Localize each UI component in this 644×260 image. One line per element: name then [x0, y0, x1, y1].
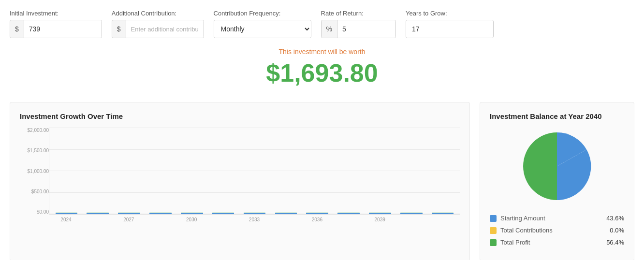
initial-investment-group: Initial Investment: $	[10, 10, 102, 38]
bar-stack-12	[432, 213, 454, 214]
bar-group-3	[146, 128, 176, 214]
bar-stack-8	[306, 213, 328, 214]
legend-label-contributions: Total Contributions	[500, 227, 606, 234]
legend-value-contributions: 0.0%	[610, 227, 624, 234]
x-labels: 202420272030203320362039	[49, 215, 460, 224]
bar-stack-4	[181, 213, 203, 214]
bar-group-8	[303, 128, 332, 214]
years-to-grow-group: Years to Grow:	[406, 10, 494, 38]
bar-chart-title: Investment Growth Over Time	[20, 112, 460, 120]
legend-value-starting: 43.6%	[606, 215, 624, 222]
y-label-1: $1,500.00	[28, 148, 49, 153]
x-label-10: 2039	[365, 217, 395, 222]
bar-stack-7	[275, 213, 297, 214]
pie-chart-container: Investment Balance at Year 2040 Starting…	[480, 102, 634, 260]
y-label-3: $500.00	[31, 189, 49, 194]
bar-group-2	[115, 128, 144, 214]
y-label-4: $0.00	[37, 209, 49, 215]
bar-group-12	[428, 128, 457, 214]
bars-flex	[49, 128, 460, 214]
bar-starting-5	[212, 213, 234, 214]
result-value: $1,693.80	[10, 58, 634, 87]
legend-dot-starting	[490, 215, 497, 222]
bar-starting-9	[337, 213, 360, 214]
bar-starting-8	[306, 213, 328, 214]
bar-starting-1	[87, 213, 109, 214]
bar-stack-2	[118, 213, 140, 214]
x-label-4: 2030	[177, 217, 206, 222]
initial-investment-prefix: $	[10, 20, 24, 38]
pie-wrapper: Starting Amount 43.6% Total Contribution…	[490, 128, 624, 251]
initial-investment-label: Initial Investment:	[10, 10, 102, 17]
bar-group-5	[208, 128, 238, 214]
result-section: This investment will be worth $1,693.80	[10, 48, 634, 87]
pie-profit-slice	[523, 132, 557, 200]
additional-contribution-wrapper: $	[112, 20, 204, 38]
bar-group-11	[396, 128, 426, 214]
initial-investment-wrapper: $	[10, 20, 102, 38]
legend-label-starting: Starting Amount	[500, 215, 602, 222]
bar-starting-2	[118, 213, 140, 214]
y-axis-labels: $2,000.00 $1,500.00 $1,000.00 $500.00 $0…	[20, 128, 49, 215]
bar-stack-5	[212, 213, 234, 214]
bar-stack-10	[369, 213, 391, 214]
bar-stack-9	[337, 213, 360, 214]
bars-area	[49, 128, 460, 215]
y-label-0: $2,000.00	[28, 128, 49, 133]
rate-of-return-input[interactable]	[337, 20, 395, 38]
additional-contribution-group: Additional Contribution: $	[112, 10, 204, 38]
bar-group-1	[83, 128, 113, 214]
years-to-grow-input[interactable]	[406, 20, 493, 38]
legend-item-starting: Starting Amount 43.6%	[490, 215, 624, 222]
x-label-8: 2036	[302, 217, 332, 222]
pie-chart-svg	[518, 128, 596, 205]
bar-stack-11	[400, 213, 423, 214]
contribution-frequency-label: Contribution Frequency:	[214, 10, 311, 17]
bar-starting-3	[149, 213, 172, 214]
additional-contribution-input[interactable]	[126, 20, 204, 38]
legend-value-profit: 56.4%	[606, 239, 624, 246]
bar-group-10	[365, 128, 395, 214]
bar-starting-12	[432, 213, 454, 214]
legend-item-profit: Total Profit 56.4%	[490, 239, 624, 246]
bar-starting-4	[181, 213, 203, 214]
bar-group-7	[271, 128, 301, 214]
x-label-2: 2027	[114, 217, 144, 222]
x-label-0: 2024	[51, 217, 81, 222]
top-controls: Initial Investment: $ Additional Contrib…	[10, 10, 634, 38]
bar-starting-10	[369, 213, 391, 214]
bar-group-4	[177, 128, 206, 214]
legend-dot-contributions	[490, 227, 497, 234]
pie-chart-title: Investment Balance at Year 2040	[490, 112, 624, 120]
additional-contribution-label: Additional Contribution:	[112, 10, 204, 17]
bar-stack-1	[87, 213, 109, 214]
bar-stack-3	[149, 213, 172, 214]
bar-stack-0	[56, 213, 78, 214]
bar-group-0	[52, 128, 81, 214]
rate-of-return-prefix: %	[322, 20, 337, 38]
charts-section: Investment Growth Over Time $2,000.00 $1…	[10, 102, 634, 260]
contribution-frequency-group: Contribution Frequency: Daily Weekly Mon…	[214, 10, 311, 38]
bar-chart-inner: $2,000.00 $1,500.00 $1,000.00 $500.00 $0…	[20, 128, 460, 224]
bar-group-6	[240, 128, 269, 214]
bar-group-9	[334, 128, 364, 214]
bar-starting-0	[56, 213, 78, 214]
initial-investment-input[interactable]	[24, 20, 102, 38]
contribution-frequency-select[interactable]: Daily Weekly Monthly Quarterly Annually	[214, 20, 311, 38]
bar-chart-container: Investment Growth Over Time $2,000.00 $1…	[10, 102, 470, 260]
bar-starting-6	[244, 213, 266, 214]
rate-of-return-label: Rate of Return:	[321, 10, 396, 17]
rate-of-return-wrapper: %	[321, 20, 396, 38]
rate-of-return-group: Rate of Return: %	[321, 10, 396, 38]
bar-starting-11	[400, 213, 423, 214]
years-to-grow-wrapper	[406, 20, 494, 38]
contribution-frequency-wrapper: Daily Weekly Monthly Quarterly Annually	[214, 20, 311, 38]
years-to-grow-label: Years to Grow:	[406, 10, 494, 17]
legend-item-contributions: Total Contributions 0.0%	[490, 227, 624, 234]
y-label-2: $1,000.00	[28, 169, 49, 174]
legend-dot-profit	[490, 239, 497, 246]
legend: Starting Amount 43.6% Total Contribution…	[490, 215, 624, 251]
bar-starting-7	[275, 213, 297, 214]
additional-contribution-prefix: $	[112, 20, 126, 38]
result-label: This investment will be worth	[10, 48, 634, 56]
